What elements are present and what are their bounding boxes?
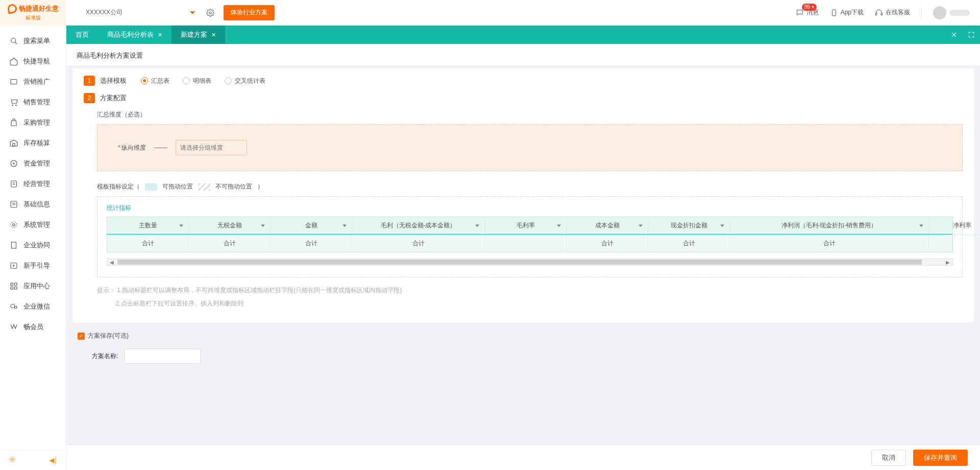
radio-cross[interactable]: 交叉统计表 bbox=[225, 77, 265, 85]
col-header[interactable]: 现金折扣金额 bbox=[648, 217, 730, 234]
chevron-down-icon bbox=[190, 11, 195, 14]
tab-gross-profit[interactable]: 商品毛利分析表✕ bbox=[98, 26, 172, 44]
sidebar-item-label: 采购管理 bbox=[23, 118, 50, 127]
separator bbox=[921, 7, 922, 18]
col-header[interactable]: 净利润（毛利-现金折扣-销售费用） bbox=[730, 217, 929, 234]
sidebar-item-label: 企业协同 bbox=[23, 241, 50, 250]
sum-cell bbox=[485, 234, 567, 252]
dimension-box: *纵向维度 bbox=[97, 124, 963, 171]
sum-cell: 合计 bbox=[189, 234, 271, 252]
app-download-label: App下载 bbox=[841, 8, 864, 17]
close-icon[interactable]: ✕ bbox=[158, 32, 162, 38]
settings-icon[interactable] bbox=[206, 9, 214, 17]
col-header[interactable]: 金额 bbox=[271, 217, 352, 234]
svg-point-19 bbox=[11, 222, 17, 228]
brand-logo: 畅捷通好生意 标准版 bbox=[0, 0, 66, 26]
save-and-query-button[interactable]: 保存并查询 bbox=[913, 450, 968, 466]
col-header[interactable]: 主数量 bbox=[107, 217, 189, 234]
tab-bar: 首页 商品毛利分析表✕ 新建方案✕ bbox=[66, 26, 980, 44]
col-header[interactable]: 净利率 bbox=[929, 217, 980, 234]
settings-footer-icon[interactable] bbox=[8, 455, 16, 465]
legend-nodrag-label: 不可拖动位置 bbox=[215, 182, 252, 191]
col-header[interactable]: 成本金额 bbox=[567, 217, 648, 234]
sidebar-item-wecom[interactable]: 企业微信 bbox=[0, 296, 66, 317]
sidebar-item-guide[interactable]: 新手引导 bbox=[0, 255, 66, 276]
sidebar-item-basicinfo[interactable]: 基础信息 bbox=[0, 194, 66, 215]
radio-label: 明细表 bbox=[193, 77, 211, 85]
sidebar-item-member[interactable]: 畅会员 bbox=[0, 317, 66, 337]
brand-name: 畅捷通好生意 bbox=[19, 4, 59, 13]
company-selector[interactable]: XXXXXX公司 bbox=[82, 5, 199, 20]
dash-icon bbox=[154, 148, 167, 148]
checkbox-label: 方案保存(可选) bbox=[88, 332, 129, 340]
user-menu[interactable] bbox=[933, 6, 970, 19]
app-download-link[interactable]: App下载 bbox=[830, 8, 864, 17]
avatar-icon bbox=[933, 6, 946, 19]
sidebar-item-finance[interactable]: 资金管理 bbox=[0, 153, 66, 174]
sidebar-item-label: 销售管理 bbox=[23, 98, 50, 107]
sidebar-item-collab[interactable]: 企业协同 bbox=[0, 235, 66, 255]
col-header[interactable]: 毛利（无税金额-成本金额） bbox=[352, 217, 485, 234]
sidebar-item-marketing[interactable]: 营销推广 bbox=[0, 72, 66, 92]
sidebar-item-search[interactable]: 搜索菜单 bbox=[0, 31, 66, 51]
tab-home[interactable]: 首页 bbox=[66, 26, 98, 44]
step-label: 方案配置 bbox=[100, 93, 127, 103]
plan-name-input[interactable] bbox=[124, 348, 201, 364]
coin-icon bbox=[9, 159, 18, 168]
tabs-close-all-button[interactable] bbox=[945, 26, 963, 44]
template-radio-group: 汇总表 明细表 交叉统计表 bbox=[141, 77, 265, 85]
list-icon bbox=[9, 200, 18, 209]
cart-icon bbox=[9, 98, 18, 107]
sidebar-item-sales[interactable]: 销售管理 bbox=[0, 92, 66, 112]
cancel-button[interactable]: 取消 bbox=[871, 450, 906, 466]
hint-line: 1.拖动标题栏可以调整布局，不可跨维度或指标区域拖动栏目字段(只能在同一维度或指… bbox=[117, 287, 402, 294]
sidebar-item-quicknav[interactable]: 快捷导航 bbox=[0, 51, 66, 72]
tab-label: 商品毛利分析表 bbox=[107, 30, 154, 39]
sidebar-item-label: 搜索菜单 bbox=[23, 36, 50, 45]
save-plan-checkbox[interactable]: ✓ 方案保存(可选) bbox=[78, 332, 129, 340]
svg-line-6 bbox=[15, 42, 17, 44]
sidebar-item-operation[interactable]: 经营管理 bbox=[0, 174, 66, 194]
collapse-sidebar-icon[interactable]: ◀│ bbox=[50, 457, 58, 464]
online-service-link[interactable]: 在线客服 bbox=[875, 8, 910, 17]
tab-new-plan[interactable]: 新建方案✕ bbox=[172, 26, 225, 44]
dimension-input[interactable] bbox=[176, 140, 247, 155]
nodrag-swatch-icon bbox=[198, 183, 210, 191]
col-header[interactable]: 无税金额 bbox=[189, 217, 271, 234]
online-service-label: 在线客服 bbox=[886, 8, 910, 17]
messages-link[interactable]: 消息 99 + bbox=[796, 8, 819, 17]
fullscreen-button[interactable] bbox=[963, 26, 980, 44]
radio-summary[interactable]: 汇总表 bbox=[141, 77, 169, 85]
brand-edition: 标准版 bbox=[26, 14, 41, 21]
svg-point-28 bbox=[15, 306, 17, 309]
draggable-swatch-icon bbox=[145, 183, 157, 191]
chevron-down-icon bbox=[342, 224, 347, 227]
config-card: 1 选择模板 汇总表 明细表 交叉统计表 2 方案配置 汇总维度（必选） *纵向… bbox=[72, 68, 974, 322]
scroll-right-icon[interactable]: ▶ bbox=[943, 259, 952, 265]
experience-plan-button[interactable]: 体验行业方案 bbox=[224, 5, 275, 20]
close-icon[interactable]: ✕ bbox=[211, 32, 216, 38]
megaphone-icon bbox=[9, 77, 18, 86]
messages-badge: 99 + bbox=[802, 4, 817, 11]
sidebar-item-purchase[interactable]: 采购管理 bbox=[0, 112, 66, 133]
footer-bar: 取消 保存并查询 bbox=[66, 444, 980, 470]
tab-label: 首页 bbox=[76, 30, 89, 39]
scroll-left-icon[interactable]: ◀ bbox=[107, 259, 116, 265]
sidebar-item-inventory[interactable]: 库存核算 bbox=[0, 133, 66, 153]
svg-point-8 bbox=[12, 105, 13, 106]
wecom-icon bbox=[9, 302, 18, 311]
radio-detail[interactable]: 明细表 bbox=[183, 77, 211, 85]
svg-point-0 bbox=[209, 12, 211, 14]
sum-cell: 合计 bbox=[648, 234, 730, 252]
col-header[interactable]: 毛利率 bbox=[485, 217, 567, 234]
sidebar-item-apps[interactable]: 应用中心 bbox=[0, 276, 66, 296]
sidebar-item-label: 畅会员 bbox=[23, 322, 43, 332]
svg-rect-12 bbox=[11, 181, 17, 187]
sidebar-item-system[interactable]: 系统管理 bbox=[0, 215, 66, 235]
tab-label: 新建方案 bbox=[181, 30, 207, 39]
template-box: 统计指标 主数量 无税金额 金额 毛利（无税金额-成本金额） 毛利率 成本金额 … bbox=[97, 196, 963, 277]
apps-icon bbox=[9, 281, 18, 291]
scroll-thumb[interactable] bbox=[117, 260, 922, 265]
horizontal-scrollbar[interactable]: ◀ ▶ bbox=[107, 258, 953, 266]
svg-point-18 bbox=[13, 224, 15, 226]
